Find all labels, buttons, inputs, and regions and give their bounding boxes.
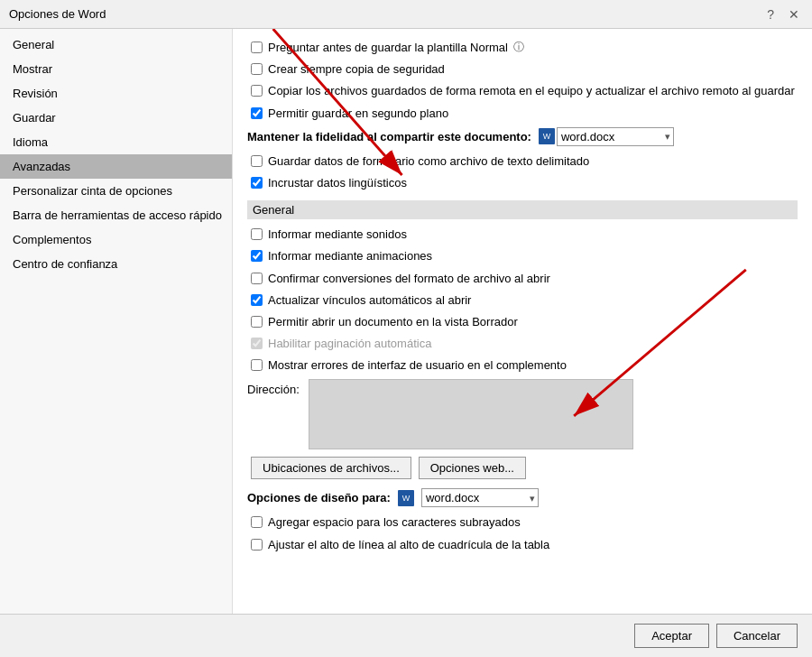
checkbox-ajustar: Ajustar el alto de línea al alto de cuad… [247,537,798,553]
title-bar: Opciones de Word ? ✕ [0,0,812,29]
diseno-select[interactable]: word.docx [421,488,539,507]
checkbox-guardar-datos-input[interactable] [251,155,263,167]
sidebar-item-personalizar[interactable]: Personalizar cinta de opciones [0,179,232,203]
sidebar-item-complementos[interactable]: Complementos [0,227,232,252]
checkbox-incrustar-input[interactable] [251,177,263,189]
sidebar-item-guardar[interactable]: Guardar [0,106,232,130]
info-icon: ⓘ [513,40,524,55]
checkbox-copiar-archivos: Copiar los archivos guardados de forma r… [247,83,798,99]
checkbox-incrustar-label: Incrustar datos lingüísticos [268,175,407,191]
checkbox-copiar-archivos-input[interactable] [251,85,263,97]
checkbox-permitir-input[interactable] [251,107,263,119]
checkbox-sonidos: Informar mediante sonidos [247,227,798,243]
checkbox-mostrar-errores-input[interactable] [251,359,263,371]
fidelidad-select[interactable]: word.docx [557,127,674,146]
direccion-row: Dirección: [247,379,798,449]
checkbox-sonidos-label: Informar mediante sonidos [268,227,407,243]
sidebar-item-confianza[interactable]: Centro de confianza [0,252,232,276]
checkbox-crear-copia: Crear siempre copia de seguridad [247,61,798,78]
ubicaciones-button[interactable]: Ubicaciones de archivos... [251,457,411,479]
checkbox-actualizar: Actualizar vínculos automáticos al abrir [247,292,798,309]
direccion-box [309,379,633,449]
checkbox-guardar-datos-label: Guardar datos de formulario como archivo… [268,153,589,170]
sidebar-item-mostrar[interactable]: Mostrar [0,57,232,81]
checkbox-animaciones: Informar mediante animaciones [247,248,798,264]
checkbox-incrustar: Incrustar datos lingüísticos [247,175,798,191]
checkbox-habilitar-input [251,338,263,349]
sidebar-item-general[interactable]: General [0,32,232,57]
fidelidad-select-wrap: W word.docx [539,127,674,146]
diseno-label: Opciones de diseño para: [247,491,391,504]
checkbox-preguntar: Preguntar antes de guardar la plantilla … [247,40,798,56]
checkbox-confirmar: Confirmar conversiones del formato de ar… [247,271,798,287]
accept-button[interactable]: Aceptar [634,624,709,648]
fidelidad-select-wrap-inner: word.docx [557,127,674,146]
footer: Aceptar Cancelar [0,614,812,657]
diseno-row: Opciones de diseño para: W word.docx [247,488,798,507]
checkbox-preguntar-input[interactable] [251,42,263,53]
dialog-title: Opciones de Word [9,7,106,21]
checkbox-crear-copia-input[interactable] [251,63,263,75]
checkbox-permitir-label: Permitir guardar en segundo plano [268,106,448,122]
checkbox-crear-copia-label: Crear siempre copia de seguridad [268,61,445,78]
checkbox-agregar-input[interactable] [251,516,263,528]
checkbox-animaciones-label: Informar mediante animaciones [268,248,432,264]
checkbox-actualizar-input[interactable] [251,294,263,306]
checkbox-preguntar-label: Preguntar antes de guardar la plantilla … [268,40,508,56]
checkbox-sonidos-input[interactable] [251,228,263,240]
sidebar: General Mostrar Revisión Guardar Idioma … [0,29,233,614]
diseno-doc-icon: W [398,490,414,506]
title-bar-controls: ? ✕ [763,7,803,22]
fidelidad-label: Mantener la fidelidad al compartir este … [247,130,531,143]
content-area: Preguntar antes de guardar la plantilla … [233,29,812,614]
help-button[interactable]: ? [763,7,778,22]
sidebar-item-barra[interactable]: Barra de herramientas de acceso rápido [0,203,232,227]
checkbox-habilitar: Habilitar paginación automática [247,336,798,352]
diseno-select-wrap: word.docx [421,488,539,507]
checkbox-permitir-abrir-label: Permitir abrir un documento en la vista … [268,314,518,330]
opciones-web-button[interactable]: Opciones web... [419,457,526,479]
checkbox-mostrar-errores: Mostrar errores de interfaz de usuario e… [247,357,798,374]
checkbox-ajustar-label: Ajustar el alto de línea al alto de cuad… [268,537,549,553]
buttons-row: Ubicaciones de archivos... Opciones web.… [247,457,798,479]
section-general-header: General [247,200,798,219]
checkbox-confirmar-label: Confirmar conversiones del formato de ar… [268,271,550,287]
sidebar-item-idioma[interactable]: Idioma [0,130,232,154]
checkbox-permitir: Permitir guardar en segundo plano [247,106,798,122]
checkbox-habilitar-label: Habilitar paginación automática [268,336,431,352]
checkbox-copiar-archivos-label: Copiar los archivos guardados de forma r… [268,83,795,99]
cancel-button[interactable]: Cancelar [716,624,798,648]
direccion-label: Dirección: [247,379,301,396]
checkbox-animaciones-input[interactable] [251,250,263,262]
checkbox-actualizar-label: Actualizar vínculos automáticos al abrir [268,292,471,309]
sidebar-item-revision[interactable]: Revisión [0,81,232,106]
checkbox-permitir-abrir: Permitir abrir un documento en la vista … [247,314,798,330]
sidebar-item-avanzadas[interactable]: Avanzadas [0,154,232,179]
doc-icon: W [539,128,555,144]
checkbox-mostrar-errores-label: Mostrar errores de interfaz de usuario e… [268,357,567,374]
checkbox-agregar: Agregar espacio para los caracteres subr… [247,514,798,531]
dialog-body: General Mostrar Revisión Guardar Idioma … [0,29,812,614]
checkbox-guardar-datos: Guardar datos de formulario como archivo… [247,153,798,170]
checkbox-ajustar-input[interactable] [251,539,263,551]
checkbox-confirmar-input[interactable] [251,273,263,284]
fidelidad-row: Mantener la fidelidad al compartir este … [247,127,798,146]
checkbox-permitir-abrir-input[interactable] [251,316,263,328]
checkbox-agregar-label: Agregar espacio para los caracteres subr… [268,514,521,531]
close-button[interactable]: ✕ [785,7,803,22]
